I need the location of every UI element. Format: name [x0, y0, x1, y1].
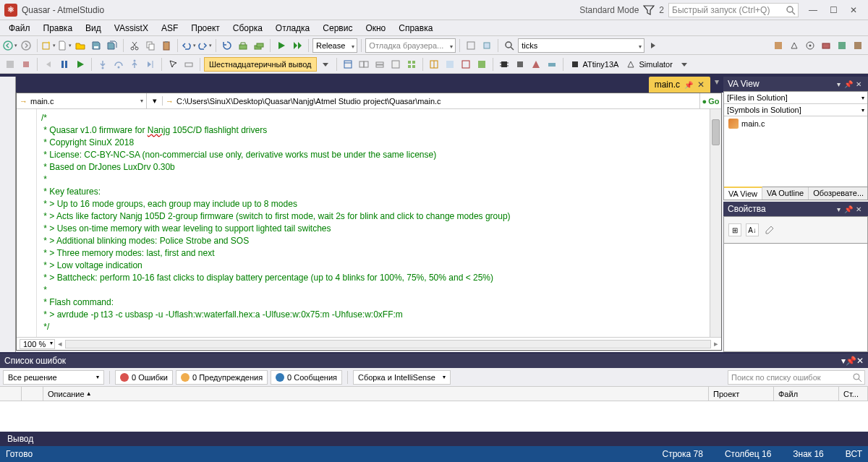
properties-header[interactable]: Свойства ▾ 📌 ✕: [723, 202, 868, 216]
win6-button[interactable]: [427, 57, 441, 72]
win4-button[interactable]: [388, 57, 403, 72]
col-icon[interactable]: [0, 387, 22, 401]
menu-asf[interactable]: ASF: [156, 22, 184, 35]
panel-close-icon[interactable]: ✕: [854, 80, 864, 88]
find-combo[interactable]: ticks: [518, 38, 644, 53]
win9-button[interactable]: [475, 57, 489, 72]
sim-dd-button[interactable]: [677, 57, 692, 72]
properties-grid[interactable]: [723, 244, 868, 352]
panel-menu-icon[interactable]: ▾: [833, 80, 843, 88]
errorlist-header[interactable]: Список ошибок ▾ 📌 ✕: [0, 354, 868, 368]
save-all-button[interactable]: [105, 38, 119, 53]
panel-pin-icon[interactable]: 📌: [846, 356, 856, 366]
errorlist-search[interactable]: Поиск по списку ошибок: [728, 370, 865, 385]
device-selector[interactable]: ATtiny13A: [567, 57, 622, 72]
menu-vassistx[interactable]: VAssistX: [109, 22, 154, 35]
dbg-step-over-button[interactable]: [111, 57, 126, 72]
maximize-button[interactable]: ☐: [823, 3, 843, 17]
tabs-overflow-button[interactable]: ▾: [710, 77, 723, 93]
ext2-button[interactable]: [787, 38, 801, 53]
find-next-button[interactable]: [646, 38, 660, 53]
win1-button[interactable]: [341, 57, 355, 72]
pin-icon[interactable]: 📌: [684, 81, 693, 89]
close-button[interactable]: ✕: [843, 3, 864, 17]
chip2-button[interactable]: [513, 57, 527, 72]
left-tool-strip[interactable]: [0, 77, 16, 352]
dbg-stop-button[interactable]: [19, 57, 33, 72]
dbg-continue-button[interactable]: [73, 57, 88, 72]
ext6-button[interactable]: [851, 38, 865, 53]
ext1-button[interactable]: [771, 38, 786, 53]
new-project-button[interactable]: [41, 38, 56, 53]
code-text[interactable]: /* * Quasar v1.0 firmware for Nanjg 105C…: [37, 109, 710, 337]
vscroll-thumb[interactable]: [712, 119, 720, 145]
tool1-button[interactable]: [464, 38, 478, 53]
col-description[interactable]: Описание ▲: [43, 387, 709, 401]
col-line[interactable]: Ст...: [839, 387, 868, 401]
build-intelli-filter[interactable]: Сборка и IntelliSense▾: [353, 370, 451, 385]
win8-button[interactable]: [459, 57, 473, 72]
tab-mainc[interactable]: main.c 📌 ✕: [649, 77, 710, 93]
hscrollbar[interactable]: [65, 340, 711, 348]
props-cat-button[interactable]: ⊞: [728, 223, 741, 236]
chip1-button[interactable]: [497, 57, 511, 72]
build-button[interactable]: [236, 38, 250, 53]
menu-edit[interactable]: Правка: [38, 22, 79, 35]
undo-button[interactable]: [182, 38, 196, 53]
dbg-run-to-cursor-button[interactable]: [143, 57, 158, 72]
win7-button[interactable]: [443, 57, 457, 72]
errorlist-body[interactable]: [0, 401, 868, 432]
tab-close-icon[interactable]: ✕: [697, 80, 705, 90]
vscrollbar[interactable]: [710, 109, 721, 337]
new-file-button[interactable]: [57, 38, 72, 53]
chip3-button[interactable]: [529, 57, 543, 72]
nav-path[interactable]: → C:\Users\SinuX\Desktop\Quasar\Nanjg\At…: [163, 97, 699, 106]
win3-button[interactable]: [373, 57, 387, 72]
panel-close-icon[interactable]: ✕: [856, 356, 864, 366]
zoom-selector[interactable]: 100 %: [20, 339, 55, 349]
dbg-step-out-button[interactable]: [127, 57, 142, 72]
solution-filter[interactable]: Все решение▾: [3, 370, 104, 385]
go-button[interactable]: ●Go: [699, 93, 721, 108]
col-project[interactable]: Проект: [709, 387, 774, 401]
hex-output-button[interactable]: Шестнадцатеричный вывод: [204, 57, 317, 72]
menu-project[interactable]: Проект: [185, 22, 226, 35]
ext4-button[interactable]: [819, 38, 833, 53]
code-area[interactable]: /* * Quasar v1.0 firmware for Nanjg 105C…: [17, 109, 721, 337]
build-solution-button[interactable]: [252, 38, 266, 53]
errors-filter[interactable]: 0 Ошибки: [115, 370, 173, 385]
nav-forward-button[interactable]: [19, 38, 33, 53]
tab-vaview[interactable]: VA View: [724, 187, 762, 200]
vaview-header[interactable]: VA View ▾ 📌 ✕: [723, 77, 868, 91]
menu-build[interactable]: Сборка: [227, 22, 268, 35]
debug-browser-combo[interactable]: Отладка браузера...: [365, 38, 456, 53]
panel-pin-icon[interactable]: 📌: [843, 80, 854, 88]
dbg-pause-button[interactable]: [57, 57, 72, 72]
hex-dd-button[interactable]: [318, 57, 333, 72]
menu-help[interactable]: Справка: [393, 22, 438, 35]
dbg-step-back-button[interactable]: [41, 57, 56, 72]
menu-window[interactable]: Окно: [359, 22, 391, 35]
paste-button[interactable]: [159, 38, 174, 53]
tab-vaoutline[interactable]: VA Outline: [762, 187, 809, 200]
nav-back-button[interactable]: [3, 38, 17, 53]
symbols-in-solution-selector[interactable]: [Symbols in Solution]: [724, 104, 867, 116]
tree-file-mainc[interactable]: main.c: [724, 116, 867, 131]
files-in-solution-selector[interactable]: [Files in Solution]: [724, 92, 867, 104]
nav-file-selector[interactable]: → main.c: [17, 93, 147, 108]
menu-debug[interactable]: Отладка: [270, 22, 315, 35]
config-combo[interactable]: Release: [312, 38, 357, 53]
redo-button[interactable]: [197, 38, 212, 53]
menu-file[interactable]: Файл: [3, 22, 36, 35]
warnings-filter[interactable]: 0 Предупреждения: [176, 370, 268, 385]
start-nodebug-button[interactable]: [290, 38, 305, 53]
panel-close-icon[interactable]: ✕: [854, 205, 864, 213]
dbg-misc-button[interactable]: [182, 57, 196, 72]
simulator-selector[interactable]: Simulator: [623, 57, 675, 72]
props-prop-button[interactable]: [763, 223, 776, 236]
find-icon[interactable]: [502, 38, 516, 53]
cut-button[interactable]: [127, 38, 142, 53]
chip4-button[interactable]: [545, 57, 559, 72]
start-debug-button[interactable]: [274, 38, 289, 53]
win2-button[interactable]: [357, 57, 371, 72]
